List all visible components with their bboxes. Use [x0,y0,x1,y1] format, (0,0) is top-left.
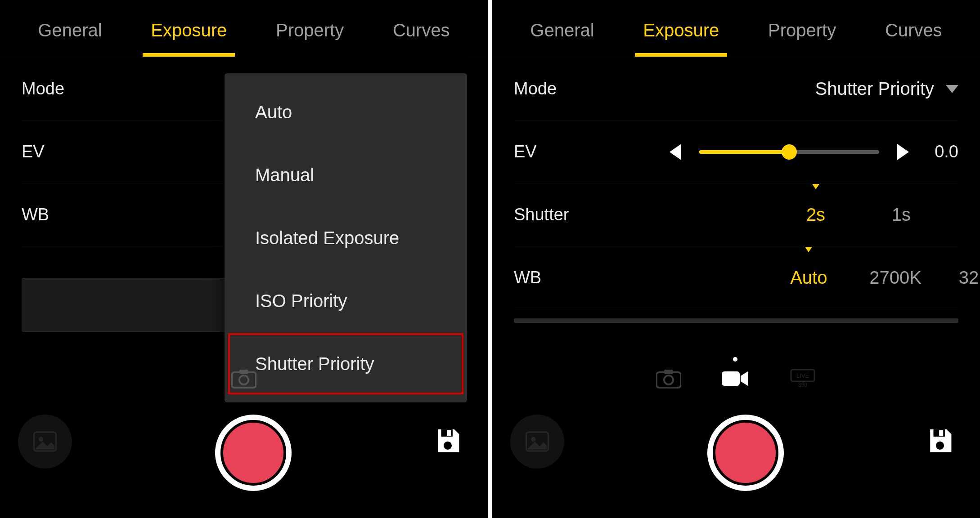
mode-dropdown: Auto Manual Isolated Exposure ISO Priori… [225,73,467,402]
bottom-bar: LIVE360 [492,365,980,518]
wb-label: WB [514,268,590,287]
save-button[interactable] [927,428,953,455]
capture-mode-icons [231,369,256,390]
svg-text:360: 360 [798,382,807,388]
row-mode[interactable]: Mode Shutter Priority [514,58,958,121]
wb-option[interactable]: 2700K [869,268,922,288]
svg-rect-2 [239,370,248,374]
chevron-down-icon [946,85,958,93]
tab-bar: General Exposure Property Curves [0,0,488,58]
shutter-button[interactable] [215,415,292,491]
ev-slider[interactable] [699,150,879,154]
wb-picker[interactable]: Auto 2700K 32 [784,268,980,288]
svg-rect-11 [722,371,740,386]
tab-property[interactable]: Property [271,4,348,53]
gallery-thumbnail[interactable] [18,415,72,469]
shutter-picker[interactable]: 2s 1s [791,205,980,225]
mode-label: Mode [514,79,590,98]
shutter-button-core [220,420,286,486]
panel-right: General Exposure Property Curves Mode Sh… [492,0,980,518]
shutter-option[interactable]: 1s [877,205,926,225]
svg-rect-10 [664,370,673,374]
svg-rect-6 [447,430,451,436]
tab-bar: General Exposure Property Curves [492,0,980,58]
gallery-thumbnail[interactable] [510,415,564,469]
row-ev: EV 0.0 [514,121,958,183]
save-button[interactable] [435,428,461,455]
ev-value: 0.0 [927,142,958,161]
svg-point-7 [444,442,452,450]
tab-general[interactable]: General [526,4,598,53]
row-shutter: Shutter 2s 1s [514,183,958,246]
svg-rect-18 [939,430,943,436]
wb-label: WB [22,205,98,224]
svg-point-4 [39,437,44,442]
live360-mode-icon[interactable]: LIVE360 [789,369,816,390]
shutter-label: Shutter [514,205,590,224]
wb-option-selected[interactable]: Auto [784,268,833,288]
mode-option-iso-priority[interactable]: ISO Priority [225,269,467,332]
overflow-strip [514,318,958,323]
mode-label: Mode [22,79,98,98]
bottom-bar [0,365,488,518]
capture-mode-icons: LIVE360 [656,369,816,390]
ev-increase-icon[interactable] [897,144,909,160]
shutter-option-selected[interactable]: 2s [791,205,841,225]
active-dot-icon [733,357,737,362]
svg-text:LIVE: LIVE [796,372,809,379]
ev-slider-knob[interactable] [782,144,797,160]
mode-value-text: Shutter Priority [815,79,934,99]
mode-option-auto[interactable]: Auto [225,80,467,143]
tab-exposure[interactable]: Exposure [146,4,231,53]
wb-option-overflow[interactable]: 32 [958,268,980,288]
svg-point-1 [239,375,248,384]
ev-label: EV [514,142,590,161]
settings-area: Mode Shutter Priority EV [492,58,980,365]
panel-divider [488,0,492,518]
ev-label: EV [22,142,98,161]
tab-exposure[interactable]: Exposure [638,4,724,53]
shutter-button[interactable] [707,415,784,491]
tab-curves[interactable]: Curves [388,4,454,53]
svg-point-16 [531,437,536,442]
video-mode-icon[interactable] [722,370,749,389]
ev-decrease-icon[interactable] [670,144,681,160]
shutter-button-core [713,420,778,486]
photo-mode-icon[interactable] [231,369,256,390]
panel-left: General Exposure Property Curves Mode EV [0,0,488,518]
selected-indicator-icon [805,247,812,252]
mode-option-manual[interactable]: Manual [225,143,467,206]
photo-mode-icon[interactable] [656,369,681,390]
tab-general[interactable]: General [33,4,106,53]
selected-indicator-icon [812,184,819,189]
mode-option-isolated-exposure[interactable]: Isolated Exposure [225,206,467,269]
tab-curves[interactable]: Curves [881,4,947,53]
mode-value: Shutter Priority [815,79,958,99]
svg-point-19 [936,442,944,450]
svg-point-9 [664,375,673,384]
row-wb: WB Auto 2700K 32 [514,246,958,309]
tab-property[interactable]: Property [764,4,841,53]
